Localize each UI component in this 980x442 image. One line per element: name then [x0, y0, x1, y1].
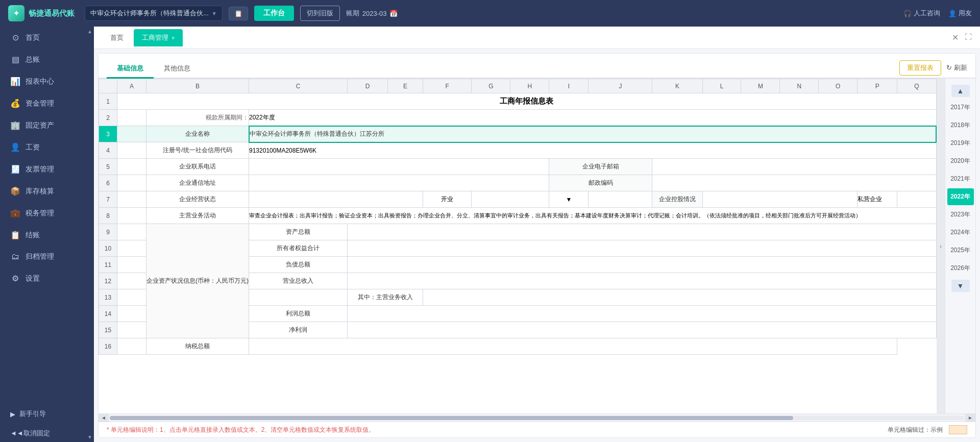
panel-toggle[interactable]: ›	[937, 79, 945, 413]
sidebar-item-ledger[interactable]: ▤总账	[0, 48, 86, 70]
sidebar-item-invoice[interactable]: 🧾发票管理	[0, 158, 86, 180]
sidebar-item-closeout[interactable]: 📋结账	[0, 224, 86, 246]
col-header-d[interactable]: D	[348, 79, 388, 93]
cell-11d[interactable]	[348, 257, 936, 273]
cell-11a[interactable]	[117, 257, 146, 273]
cell-6k[interactable]	[652, 175, 936, 191]
col-header-b[interactable]: B	[146, 79, 249, 93]
cell-10d[interactable]	[348, 240, 936, 257]
sub-tab-basic[interactable]: 基础信息	[107, 60, 154, 79]
cell-7p[interactable]: 私营企业	[857, 191, 897, 208]
sidebar-item-inventory[interactable]: 📦库存核算	[0, 180, 86, 202]
sidebar-item-settings[interactable]: ⚙设置	[0, 267, 86, 289]
tab-active-business[interactable]: 工商管理 ×	[134, 29, 183, 46]
sidebar-item-tax[interactable]: 💼税务管理	[0, 202, 86, 224]
year-item-2020[interactable]: 2020年	[947, 153, 974, 169]
spreadsheet-container[interactable]: A B C D E F G H I J	[99, 79, 937, 413]
sidebar-item-payroll[interactable]: 👤工资	[0, 136, 86, 158]
cell-14a[interactable]	[117, 306, 146, 322]
cell-2c[interactable]: 2022年度	[249, 110, 936, 126]
cell-10a[interactable]	[117, 240, 146, 257]
cell-7i[interactable]	[589, 191, 652, 208]
year-item-2025[interactable]: 2025年	[947, 242, 974, 259]
col-header-j[interactable]: J	[589, 79, 652, 93]
cell-7-arrow[interactable]: ▼	[549, 191, 589, 208]
col-header-m[interactable]: M	[741, 79, 780, 93]
col-header-a[interactable]: A	[117, 79, 146, 93]
cell-15d[interactable]	[348, 322, 936, 338]
cell-13f[interactable]	[423, 289, 936, 306]
year-scroll-up[interactable]: ▲	[951, 85, 970, 97]
cell-13c-empty[interactable]	[249, 289, 348, 306]
col-header-h[interactable]: H	[510, 79, 549, 93]
hscroll-bar[interactable]: ◄ ►	[99, 413, 975, 422]
sidebar-item-archive[interactable]: 🗂归档管理	[0, 246, 86, 267]
col-header-p[interactable]: P	[857, 79, 897, 93]
col-header-f[interactable]: F	[423, 79, 472, 93]
cell-8c[interactable]: 审查企业会计报表；出具审计报告；验证企业资本；出具验资报告；办理企业合并、分立、…	[249, 208, 936, 224]
cell-12d[interactable]	[348, 273, 936, 289]
cell-15a[interactable]	[117, 322, 146, 338]
cell-8a[interactable]	[117, 208, 146, 224]
cell-3a[interactable]	[117, 126, 146, 142]
col-header-k[interactable]: K	[652, 79, 702, 93]
copy-button[interactable]: 📋	[229, 7, 248, 20]
year-item-2026[interactable]: 2026年	[947, 260, 974, 277]
tab-home[interactable]: 首页	[102, 29, 132, 46]
cell-16a[interactable]	[117, 338, 146, 355]
cell-14d[interactable]	[348, 306, 936, 322]
year-item-2024[interactable]: 2024年	[947, 224, 974, 241]
cell-4a[interactable]	[117, 142, 146, 159]
sidebar-scroll-down[interactable]: ▼	[87, 434, 92, 440]
reset-report-button[interactable]: 重置报表	[899, 60, 941, 76]
col-header-l[interactable]: L	[702, 79, 741, 93]
cell-13a[interactable]	[117, 289, 146, 306]
year-item-2017[interactable]: 2017年	[947, 99, 974, 116]
sidebar-item-reports[interactable]: 📊报表中心	[0, 70, 86, 92]
cell-3c[interactable]: 中审众环会计师事务所（特殊普通合伙）江苏分所	[249, 126, 936, 142]
window-expand-button[interactable]: ⛶	[965, 33, 972, 42]
user-menu[interactable]: 👤 用友	[948, 9, 972, 18]
col-header-q[interactable]: Q	[897, 79, 936, 93]
cell-7g[interactable]	[472, 191, 549, 208]
calendar-icon[interactable]: 📅	[389, 10, 398, 17]
sub-tab-other[interactable]: 其他信息	[154, 60, 201, 79]
year-item-2023[interactable]: 2023年	[947, 206, 974, 223]
cell-7f[interactable]: 开业	[423, 191, 472, 208]
col-header-e[interactable]: E	[388, 79, 423, 93]
workspace-button[interactable]: 工作台	[254, 6, 294, 21]
hscroll-left-button[interactable]: ◄	[99, 414, 109, 422]
cell-5k[interactable]	[652, 159, 936, 175]
cell-2a[interactable]	[117, 110, 146, 126]
refresh-button[interactable]: ↻ 刷新	[946, 63, 967, 72]
sidebar-item-home[interactable]: ⊙首页	[0, 27, 86, 48]
cell-9a[interactable]	[117, 224, 146, 240]
cell-7k[interactable]	[702, 191, 857, 208]
col-header-g[interactable]: G	[472, 79, 510, 93]
cell-6c[interactable]	[249, 175, 549, 191]
help-button[interactable]: 🎧 人工咨询	[903, 9, 940, 18]
cell-7q[interactable]	[897, 191, 936, 208]
year-item-2021[interactable]: 2021年	[947, 170, 974, 187]
year-scroll-down[interactable]: ▼	[951, 280, 970, 292]
sidebar-scroll-up[interactable]: ▲	[87, 29, 92, 34]
tab-close-icon[interactable]: ×	[172, 35, 175, 41]
hscroll-track[interactable]	[110, 416, 964, 420]
cell-4c[interactable]: 91320100MA208E5W6K	[249, 142, 936, 159]
cell-7a[interactable]	[117, 191, 146, 208]
title-cell[interactable]: 工商年报信息表	[117, 93, 937, 110]
year-item-2018[interactable]: 2018年	[947, 117, 974, 134]
cell-6a[interactable]	[117, 175, 146, 191]
year-item-2019[interactable]: 2019年	[947, 135, 974, 152]
new-user-guide[interactable]: ▶ 新手引导	[0, 403, 86, 425]
year-item-2022[interactable]: 2022年	[947, 188, 974, 205]
cell-16d[interactable]	[249, 338, 897, 355]
cell-7c[interactable]	[249, 191, 423, 208]
col-header-i[interactable]: I	[549, 79, 589, 93]
cancel-fixed-button[interactable]: ◄◄取消固定	[0, 425, 86, 442]
cell-5a[interactable]	[117, 159, 146, 175]
cell-5c[interactable]	[249, 159, 549, 175]
hscroll-thumb[interactable]	[110, 416, 793, 420]
company-selector[interactable]: 中审众环会计师事务所（特殊普通合伙... ▼	[85, 6, 223, 21]
sidebar-item-assets[interactable]: 🏢固定资产	[0, 114, 86, 136]
